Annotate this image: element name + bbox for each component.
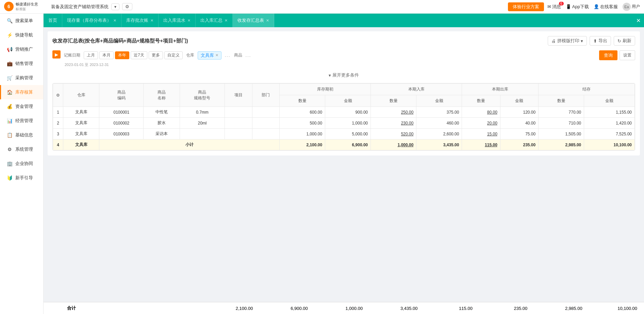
row-code: 0100002 [99,118,144,129]
date-btn-this-month[interactable]: 本月 [99,51,114,59]
query-btn[interactable]: 查询 [599,50,617,60]
date-btn-more[interactable]: 更多 [149,51,163,59]
tab-batch[interactable]: 库存批次账 ✕ [121,14,159,27]
filter-main: 记账日期 上月 本月 本年 近7天 更多 自定义 仓库 文 [64,50,635,67]
guide-icon: 🔰 [6,175,13,181]
filter-settings-btn[interactable]: 设置 [620,50,635,60]
download-icon: 📱 [566,4,571,9]
subtotal-no: 4 [53,139,63,150]
sidebar-item-finance[interactable]: 💰 资金管理 [0,99,43,114]
tab-home[interactable]: 首页 [44,14,62,27]
row-out-qty[interactable]: 20.00 [462,118,500,129]
export-btn[interactable]: ⬆ 导出 [590,36,611,46]
goods-ellipsis[interactable]: ... [246,53,251,58]
col-in-header: 本期入库 [371,84,462,95]
user-btn[interactable]: Ea 用户 [623,3,640,11]
footer-total: 合计 2,100.00 6,900.00 1,000.00 3,435.00 1… [44,302,644,314]
expand-icon: ▾ [329,73,331,78]
operation-icon: 📊 [6,118,13,123]
online-service-btn[interactable]: 👤 在线客服 [594,4,618,10]
date-btn-this-year[interactable]: 本年 [115,51,129,59]
tab-inout-summary[interactable]: 出入库汇总 ✕ [196,14,233,27]
row-close-amt: 1,420.00 [584,118,635,129]
finance-icon: 💰 [6,104,13,109]
sidebar-item-marketing[interactable]: 📢 营销推广 [0,42,43,56]
tab-inout-flow[interactable]: 出入库流水 ✕ [159,14,196,27]
tab-bar: 首页 现存量（库存分布表） ✕ 库存批次账 ✕ 出入库流水 ✕ 出入库汇总 ✕ … [44,14,644,27]
row-out-amt: 40.00 [500,118,538,129]
footer-close-amt: 10,100.00 [585,306,640,311]
row-close-qty: 1,505.00 [539,129,584,139]
date-btn-custom[interactable]: 自定义 [164,51,183,59]
message-btn[interactable]: ✉ 消息 6 [547,4,561,10]
sidebar-item-inventory[interactable]: 🏠 库存核算 [0,85,43,99]
page-card: 收发存汇总表(按仓库+商品编码+商品+规格型号+项目+部门) 🖨 拼模版打印 ▾… [48,31,640,155]
refresh-btn[interactable]: ↻ 刷新 [614,36,635,46]
warehouse-ellipsis[interactable]: ... [225,53,231,58]
tab-recv-send[interactable]: 收发存汇总表 ✕ [233,14,274,27]
sidebar-item-quick[interactable]: ⚡ 快捷导航 [0,28,43,42]
sidebar-item-guide-label: 新手引导 [15,175,33,181]
sidebar-item-search[interactable]: 🔍 搜索菜单 [0,14,43,28]
row-warehouse: 文具库 [63,107,99,118]
gear-btn[interactable]: ⚙ [122,3,132,10]
sidebar-item-sales[interactable]: 💼 销售管理 [0,56,43,71]
sidebar-item-purchase[interactable]: 🛒 采购管理 [0,71,43,85]
tab-recv-send-label: 收发存汇总表 [237,17,264,23]
row-in-amt: 2,600.00 [416,129,462,139]
row-project [225,118,252,129]
tab-stock-dist[interactable]: 现存量（库存分布表） ✕ [62,14,121,27]
tab-stock-dist-close[interactable]: ✕ [113,18,116,23]
footer-out-amt: 235.00 [475,306,530,311]
system-dropdown[interactable]: ▾ [111,3,119,10]
expand-more-btn[interactable]: ▾ 展开更多条件 [52,70,635,80]
row-close-amt: 1,155.00 [584,107,635,118]
col-in-amt-header: 金额 [416,95,462,107]
row-project [225,129,252,139]
row-dept [252,129,279,139]
tab-batch-close[interactable]: ✕ [150,18,153,23]
logo-text: 畅捷通好生意 [16,2,38,6]
sidebar-item-finance-label: 资金管理 [15,103,33,110]
row-in-qty[interactable]: 520.00 [371,129,416,139]
date-btn-last-month[interactable]: 上月 [84,51,98,59]
subtotal-in-qty[interactable]: 1,000.00 [371,139,416,150]
col-settings-header[interactable]: ⚙ [53,84,63,107]
sidebar-item-guide[interactable]: 🔰 新手引导 [0,171,43,185]
sidebar-item-enterprise[interactable]: 🏢 企业协同 [0,156,43,171]
subtotal-close-amt: 10,100.00 [584,139,635,150]
warehouse-tag-close[interactable]: ✕ [215,53,218,57]
sidebar-item-basic[interactable]: 📋 基础信息 [0,128,43,142]
sidebar-item-system[interactable]: ⚙ 系统管理 [0,142,43,156]
tab-recv-send-close[interactable]: ✕ [266,18,269,23]
row-out-qty[interactable]: 80.00 [462,107,500,118]
subtotal-out-qty[interactable]: 115.00 [462,139,500,150]
page-header: 收发存汇总表(按仓库+商品编码+商品+规格型号+项目+部门) 🖨 拼模版打印 ▾… [52,36,635,46]
tab-stock-dist-label: 现存量（库存分布表） [67,17,111,23]
row-in-qty[interactable]: 230.00 [371,118,416,129]
row-dept [252,107,279,118]
date-btn-7days[interactable]: 近7天 [131,51,147,59]
subtotal-warehouse: 文具库 [63,139,99,150]
date-range-text: 2023-01-01 至 2023-12-31 [65,62,635,67]
tab-inout-summary-close[interactable]: ✕ [225,18,228,23]
app-download-btn[interactable]: 📱 App下载 [566,4,589,10]
row-warehouse: 文具库 [63,118,99,129]
col-close-header: 结存 [539,84,635,95]
row-in-qty[interactable]: 250.00 [371,107,416,118]
row-in-amt: 375.00 [416,107,462,118]
tab-bar-close-btn[interactable]: ✕ [636,18,641,23]
row-out-qty[interactable]: 15.00 [462,129,500,139]
sidebar-item-operation[interactable]: 📊 经营管理 [0,114,43,128]
filter-toggle-btn[interactable]: ▶ [52,50,61,59]
subtotal-in-amt: 3,435.00 [416,139,462,150]
top-right-area: ✉ 消息 6 📱 App下载 👤 在线客服 Ea 用户 [547,3,640,11]
tab-inout-summary-label: 出入库汇总 [200,17,222,23]
export-icon: ⬆ [593,38,597,44]
top-bar: 6 畅捷通好生意 标准版 装备及固定资产辅助管理系统 ▾ ⚙ 体验行业方案 ✉ … [0,0,644,14]
trial-btn[interactable]: 体验行业方案 [508,2,544,11]
row-spec: 0.7mm [180,107,225,118]
print-btn[interactable]: 🖨 拼模版打印 ▾ [548,36,587,46]
logo-tag: 标准版 [16,7,38,12]
tab-inout-flow-close[interactable]: ✕ [187,18,191,23]
